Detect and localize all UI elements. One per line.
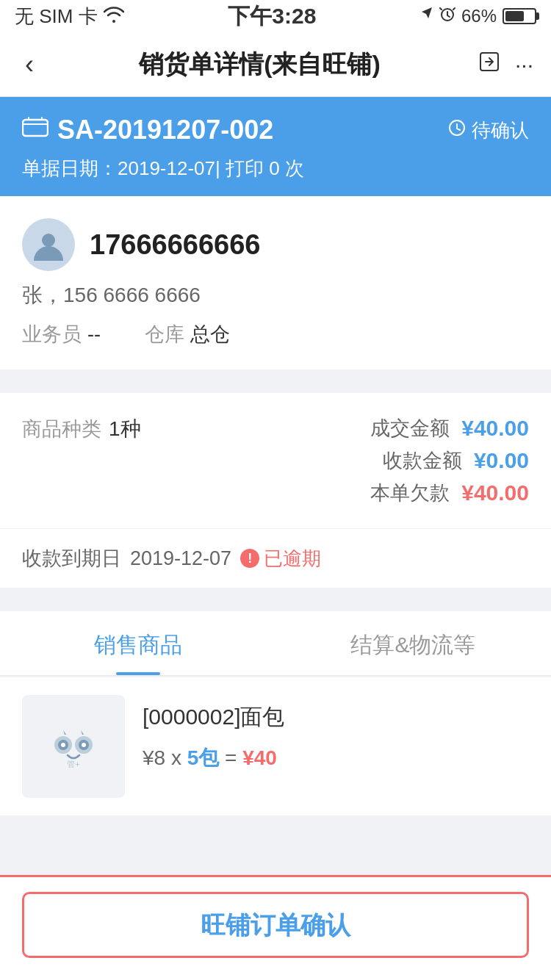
product-info: [0000002]面包 ¥8 x 5包 = ¥40 bbox=[143, 695, 529, 772]
product-quantity: 5包 bbox=[187, 746, 220, 769]
battery-icon bbox=[503, 8, 536, 24]
warehouse-label: 仓库 bbox=[145, 321, 184, 347]
more-button[interactable]: ··· bbox=[515, 52, 533, 77]
order-type-icon bbox=[22, 115, 48, 145]
divider-1 bbox=[0, 381, 551, 393]
product-price: ¥8 x 5包 = ¥40 bbox=[143, 744, 529, 772]
customer-name: 张，156 6666 6666 bbox=[22, 281, 529, 309]
confirm-order-button[interactable]: 旺铺订单确认 bbox=[22, 892, 529, 958]
divider-2 bbox=[0, 588, 551, 599]
product-thumbnail: 管+ bbox=[22, 695, 125, 798]
transaction-label: 成交金额 bbox=[370, 415, 450, 442]
back-button[interactable]: ‹ bbox=[18, 42, 41, 87]
received-amount: ¥0.00 bbox=[474, 448, 529, 473]
order-header: SA-20191207-002 待确认 单据日期：2019-12-07| 打印 … bbox=[0, 97, 551, 196]
stats-right: 成交金额 ¥40.00 收款金额 ¥0.00 本单欠款 ¥40.00 bbox=[370, 415, 529, 506]
due-date-card: 收款到期日 2019-12-07 ! 已逾期 bbox=[0, 528, 551, 588]
status-right: 66% bbox=[420, 6, 536, 26]
tab-settlement-logistics[interactable]: 结算&物流等 bbox=[276, 611, 551, 675]
tab-sales-product[interactable]: 销售商品 bbox=[0, 611, 276, 675]
svg-text:管+: 管+ bbox=[67, 760, 79, 768]
order-id-row: SA-20191207-002 待确认 bbox=[22, 115, 529, 145]
status-clock-icon bbox=[448, 119, 466, 142]
wifi-icon bbox=[104, 5, 124, 28]
warehouse-value: 总仓 bbox=[190, 321, 230, 347]
battery-level: 66% bbox=[461, 6, 497, 26]
received-row: 收款金额 ¥0.00 bbox=[383, 447, 529, 474]
salesperson-label: 业务员 bbox=[22, 321, 82, 347]
svg-point-4 bbox=[42, 234, 55, 247]
order-status: 待确认 bbox=[448, 118, 529, 143]
salesperson-value: -- bbox=[87, 323, 101, 346]
confirm-btn-container: 旺铺订单确认 bbox=[0, 875, 551, 980]
owed-label: 本单欠款 bbox=[370, 480, 450, 506]
owed-row: 本单欠款 ¥40.00 bbox=[370, 480, 529, 506]
carrier-label: 无 SIM 卡 bbox=[15, 4, 98, 29]
overdue-text: 已逾期 bbox=[264, 546, 321, 572]
received-label: 收款金额 bbox=[383, 447, 462, 474]
product-list: 管+ [0000002]面包 ¥8 x 5包 = ¥40 bbox=[0, 677, 551, 815]
customer-top: 17666666666 bbox=[22, 218, 529, 271]
product-total: ¥40 bbox=[242, 746, 277, 769]
customer-meta: 业务员 -- 仓库 总仓 bbox=[22, 321, 529, 347]
tabs-container: 销售商品 结算&物流等 bbox=[0, 611, 551, 676]
avatar bbox=[22, 218, 75, 271]
alarm-icon bbox=[439, 6, 455, 26]
nav-bar: ‹ 销货单详情(来自旺铺) ··· bbox=[0, 32, 551, 97]
location-icon bbox=[420, 6, 433, 26]
status-time: 下午3:28 bbox=[228, 1, 316, 32]
due-date-value: 2019-12-07 bbox=[130, 547, 231, 570]
order-id: SA-20191207-002 bbox=[22, 115, 273, 145]
status-text: 待确认 bbox=[472, 118, 529, 143]
nav-actions: ··· bbox=[478, 51, 533, 78]
overdue-icon: ! bbox=[240, 549, 259, 568]
share-button[interactable] bbox=[478, 51, 500, 78]
salesperson-meta: 业务员 -- bbox=[22, 321, 101, 347]
svg-point-10 bbox=[82, 743, 86, 747]
product-item: 管+ [0000002]面包 ¥8 x 5包 = ¥40 bbox=[22, 695, 529, 798]
product-kind-label: 商品种类 bbox=[22, 416, 101, 442]
stats-left: 商品种类 1种 bbox=[22, 415, 141, 443]
transaction-row: 成交金额 ¥40.00 bbox=[370, 415, 529, 442]
product-kind-value: 1种 bbox=[109, 415, 141, 443]
order-date: 单据日期：2019-12-07| 打印 0 次 bbox=[22, 156, 529, 181]
owed-amount: ¥40.00 bbox=[461, 480, 529, 505]
overdue-badge: ! 已逾期 bbox=[240, 546, 321, 572]
warehouse-meta: 仓库 总仓 bbox=[145, 321, 230, 347]
customer-card: 17666666666 张，156 6666 6666 业务员 -- 仓库 总仓 bbox=[0, 196, 551, 370]
svg-point-9 bbox=[61, 743, 65, 747]
page-title: 销货单详情(来自旺铺) bbox=[139, 48, 381, 82]
product-name: [0000002]面包 bbox=[143, 702, 529, 732]
svg-rect-2 bbox=[23, 120, 48, 136]
stats-card: 商品种类 1种 成交金额 ¥40.00 收款金额 ¥0.00 本单欠款 ¥40.… bbox=[0, 393, 551, 528]
due-date-label: 收款到期日 bbox=[22, 545, 121, 572]
status-bar: 无 SIM 卡 下午3:28 66% bbox=[0, 0, 551, 32]
status-left: 无 SIM 卡 bbox=[15, 4, 124, 29]
customer-phone: 17666666666 bbox=[90, 229, 260, 261]
transaction-amount: ¥40.00 bbox=[461, 416, 529, 441]
